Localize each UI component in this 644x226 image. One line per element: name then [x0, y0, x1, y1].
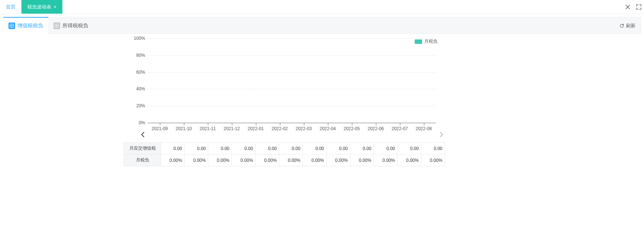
table-cell: 0.00: [232, 143, 256, 154]
table-cell: 0.00: [350, 143, 374, 154]
table-cell: 0.00: [397, 143, 421, 154]
refresh-button[interactable]: 刷新: [619, 17, 636, 34]
x-tick-label: 2022-01: [247, 126, 264, 131]
tab-income-label: 所得税税负: [62, 22, 88, 29]
table-cell: 0.00%: [303, 154, 326, 166]
fullscreen-icon[interactable]: [636, 4, 642, 10]
close-tab-icon[interactable]: ×: [54, 4, 56, 9]
table-cell: 0.00: [326, 143, 350, 154]
x-tick-label: 2022-05: [343, 126, 360, 131]
data-table: 月应交增值税 0.000.000.000.000.000.000.000.000…: [124, 142, 445, 166]
refresh-icon: [619, 23, 624, 28]
table-cell: 0.00%: [185, 154, 208, 166]
row2-header: 月税负: [124, 154, 161, 166]
table-cell: 0.00: [279, 143, 303, 154]
y-tick-label: 60%: [127, 70, 145, 75]
chart-next-button[interactable]: [438, 131, 444, 138]
table-cell: 0.00%: [161, 154, 185, 166]
chart-x-axis: 2021-092021-102021-112021-122022-012022-…: [148, 123, 436, 133]
income-icon: [54, 22, 60, 29]
x-tick-label: 2022-07: [391, 126, 408, 131]
table-cell: 0.00%: [232, 154, 256, 166]
table-cell: 0.00%: [256, 154, 279, 166]
chart-prev-button[interactable]: [140, 131, 147, 138]
x-tick-label: 2022-02: [271, 126, 288, 131]
vat-icon: [8, 22, 15, 29]
home-tab-label: 首页: [6, 4, 16, 10]
table-cell: 0.00: [303, 143, 326, 154]
table-cell: 0.00: [208, 143, 232, 154]
chart-plot: 100%80%60%40%20%0%: [148, 38, 436, 123]
tab-vat-label: 增值税税负: [17, 22, 43, 29]
y-tick-label: 0%: [127, 120, 145, 125]
refresh-label: 刷新: [626, 22, 636, 29]
x-tick-label: 2021-09: [151, 126, 168, 131]
table-row: 月应交增值税 0.000.000.000.000.000.000.000.000…: [124, 143, 445, 154]
x-tick-label: 2022-03: [295, 126, 312, 131]
table-cell: 0.00%: [350, 154, 374, 166]
y-tick-label: 80%: [127, 53, 145, 58]
table-cell: 0.00: [256, 143, 279, 154]
home-tab[interactable]: 首页: [0, 0, 21, 14]
x-tick-label: 2022-08: [415, 126, 432, 131]
top-tab-bar: 首页 税负波动表 ×: [0, 0, 644, 14]
chart-zone: 月税负 100%80%60%40%20%0% 2021-092021-10202…: [124, 38, 445, 166]
tab-income[interactable]: 所得税税负: [48, 17, 93, 34]
x-tick-label: 2021-10: [175, 126, 192, 131]
table-cell: 0.00%: [326, 154, 350, 166]
row1-header: 月应交增值税: [124, 143, 161, 154]
table-cell: 0.00%: [208, 154, 232, 166]
table-cell: 0.00: [374, 143, 397, 154]
x-tick-label: 2021-12: [223, 126, 240, 131]
y-tick-label: 100%: [127, 36, 145, 41]
table-cell: 0.00: [161, 143, 185, 154]
x-tick-label: 2022-04: [319, 126, 336, 131]
table-cell: 0.00%: [421, 154, 445, 166]
x-tick-label: 2022-06: [367, 126, 384, 131]
y-tick-label: 40%: [127, 86, 145, 91]
table-cell: 0.00: [421, 143, 445, 154]
active-tab-label: 税负波动表: [27, 4, 51, 10]
close-all-tabs-icon[interactable]: [625, 4, 631, 10]
tab-vat[interactable]: 增值税税负: [3, 17, 48, 34]
active-tab[interactable]: 税负波动表 ×: [21, 0, 62, 14]
table-cell: 0.00%: [374, 154, 397, 166]
table-cell: 0.00%: [397, 154, 421, 166]
table-cell: 0.00%: [279, 154, 303, 166]
y-tick-label: 20%: [127, 103, 145, 108]
table-cell: 0.00: [185, 143, 208, 154]
table-row: 月税负 0.00%0.00%0.00%0.00%0.00%0.00%0.00%0…: [124, 154, 445, 166]
sub-tab-bar: 增值税税负 所得税税负 刷新: [3, 17, 641, 34]
x-tick-label: 2021-11: [199, 126, 216, 131]
